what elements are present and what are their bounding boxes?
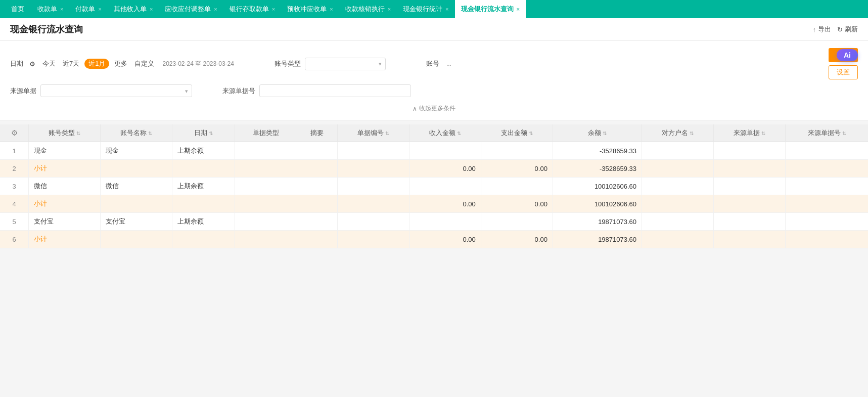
sort-doc-number-icon: ⇅: [385, 130, 389, 136]
table-cell: [714, 178, 786, 195]
nav-home[interactable]: 首页: [4, 5, 31, 14]
column-settings-icon[interactable]: ⚙: [11, 128, 18, 137]
table-cell: 6: [0, 231, 29, 248]
nav-tab-adjustments[interactable]: 应收应付调整单 ×: [159, 0, 223, 18]
sort-account-name-icon: ⇅: [148, 130, 152, 136]
table-cell: [235, 195, 297, 213]
table-cell: [337, 213, 409, 231]
source-doc-num-input[interactable]: [259, 84, 411, 97]
close-adjustments-icon[interactable]: ×: [214, 6, 217, 12]
table-cell: 现金: [29, 142, 101, 160]
table-cell: -3528659.33: [553, 142, 642, 160]
table-row: 6小计0.000.0019871073.60: [0, 231, 868, 248]
ai-badge[interactable]: Ai: [837, 49, 858, 61]
account-type-select-wrapper: [305, 58, 386, 70]
table-cell: 小计: [29, 195, 101, 213]
col-account-name[interactable]: 账号名称⇅: [101, 124, 172, 142]
account-type-label: 账号类型: [275, 59, 301, 68]
nav-tab-advance[interactable]: 预收冲应收单 ×: [281, 0, 339, 18]
close-verification-icon[interactable]: ×: [388, 6, 391, 12]
table-cell: 支付宝: [29, 213, 101, 231]
close-other-income-icon[interactable]: ×: [150, 6, 153, 12]
date-opt-1month[interactable]: 近1月: [84, 59, 109, 69]
sort-source-doc-icon: ⇅: [761, 130, 765, 136]
col-income[interactable]: 收入金额⇅: [409, 124, 481, 142]
settings-button[interactable]: 设置: [829, 65, 858, 79]
nav-tab-stats[interactable]: 现金银行统计 ×: [397, 0, 454, 18]
account-type-select[interactable]: [305, 58, 386, 70]
nav-tab-payments[interactable]: 付款单 ×: [69, 0, 107, 18]
table-cell: 19871073.60: [553, 213, 642, 231]
close-flow-query-icon[interactable]: ×: [517, 6, 520, 12]
sort-date-icon: ⇅: [209, 130, 213, 136]
table-cell: 0.00: [409, 231, 481, 248]
collapse-bar[interactable]: ∧ 收起更多条件: [10, 102, 858, 115]
filter-area: 日期 ⚙ 今天 近7天 近1月 更多 自定义 2023-02-24 至 2023…: [0, 41, 868, 120]
table-cell: [172, 231, 235, 248]
col-counterpart[interactable]: 对方户名⇅: [642, 124, 714, 142]
date-opt-more[interactable]: 更多: [112, 59, 129, 69]
source-doc-num-label: 来源单据号: [222, 86, 255, 96]
col-source-doc[interactable]: 来源单据⇅: [714, 124, 786, 142]
close-bank-deposit-icon[interactable]: ×: [272, 6, 275, 12]
table-cell: 0.00: [409, 195, 481, 213]
table-cell: 3: [0, 178, 29, 195]
table-cell: [714, 231, 786, 248]
filter-row-2: 来源单据 来源单据号: [10, 84, 858, 97]
source-doc-filter-group: 来源单据: [10, 84, 192, 97]
source-doc-num-filter-group: 来源单据号: [222, 84, 411, 97]
table-cell: 上期余额: [172, 178, 235, 195]
date-opt-yesterday[interactable]: ⚙: [27, 60, 37, 68]
col-balance[interactable]: 余额⇅: [553, 124, 642, 142]
table-cell: [172, 195, 235, 213]
table-cell: [409, 142, 481, 160]
col-doc-number[interactable]: 单据编号⇅: [337, 124, 409, 142]
nav-tab-flow-query[interactable]: 现金银行流水查询 ×: [455, 0, 526, 18]
refresh-button[interactable]: ↻ 刷新: [837, 25, 858, 34]
table-cell: 上期余额: [172, 213, 235, 231]
sort-income-icon: ⇅: [457, 130, 461, 136]
date-opt-7days[interactable]: 近7天: [61, 59, 81, 69]
table-cell: [786, 178, 868, 195]
col-source-doc-num[interactable]: 来源单据号⇅: [786, 124, 868, 142]
account-more-btn[interactable]: ...: [443, 59, 454, 68]
date-label: 日期: [10, 59, 23, 68]
table-cell: [714, 213, 786, 231]
table-row: 3微信微信上期余额100102606.60: [0, 178, 868, 195]
table-cell: 100102606.60: [553, 195, 642, 213]
table-cell: [642, 231, 714, 248]
sort-expense-icon: ⇅: [529, 130, 533, 136]
close-advance-icon[interactable]: ×: [330, 6, 333, 12]
source-doc-select[interactable]: [40, 84, 192, 97]
page-title: 现金银行流水查询: [10, 23, 83, 35]
table-cell: [235, 213, 297, 231]
table-cell: [337, 142, 409, 160]
date-opt-today[interactable]: 今天: [40, 59, 58, 69]
table-cell: 1: [0, 142, 29, 160]
table-cell: [786, 231, 868, 248]
export-button[interactable]: ↑ 导出: [813, 25, 832, 34]
date-opt-custom[interactable]: 自定义: [132, 59, 156, 69]
table-cell: 微信: [101, 178, 172, 195]
table-cell: 0.00: [481, 160, 553, 178]
table-cell: 0.00: [481, 231, 553, 248]
nav-tab-verification[interactable]: 收款核销执行 ×: [339, 0, 397, 18]
sort-balance-icon: ⇅: [603, 130, 607, 136]
close-payments-icon[interactable]: ×: [98, 6, 101, 12]
col-settings[interactable]: ⚙: [0, 124, 29, 142]
nav-tab-bank-deposit[interactable]: 银行存取款单 ×: [223, 0, 281, 18]
nav-tab-other-income[interactable]: 其他收入单 ×: [108, 0, 159, 18]
close-receipts-icon[interactable]: ×: [60, 6, 63, 12]
refresh-icon: ↻: [837, 26, 843, 33]
close-stats-icon[interactable]: ×: [445, 6, 448, 12]
col-account-type[interactable]: 账号类型⇅: [29, 124, 101, 142]
col-date[interactable]: 日期⇅: [172, 124, 235, 142]
col-expense[interactable]: 支出金额⇅: [481, 124, 553, 142]
nav-tab-receipts[interactable]: 收款单 ×: [31, 0, 69, 18]
table-cell: [235, 231, 297, 248]
table-cell: 上期余额: [172, 142, 235, 160]
table-cell: [101, 231, 172, 248]
table-cell: 支付宝: [101, 213, 172, 231]
table-cell: 0.00: [481, 195, 553, 213]
table-cell: [101, 195, 172, 213]
